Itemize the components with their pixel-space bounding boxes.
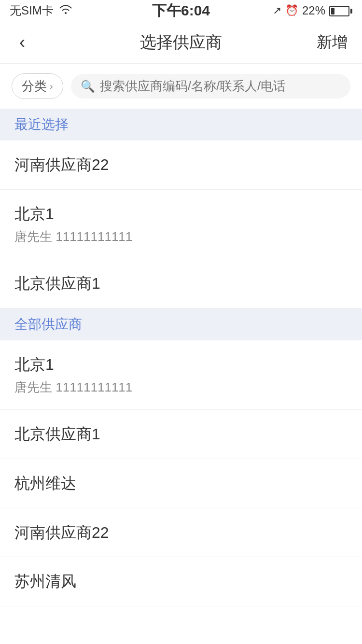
status-bar: 无SIM卡 下午6:04 ↗ ⏰ 22% <box>0 0 362 21</box>
alarm-icon: ⏰ <box>285 4 298 17</box>
all-items-list: 北京1唐先生 11111111111北京供应商1杭州维达河南供应商22苏州清风 <box>0 340 362 606</box>
item-sub: 唐先生 11111111111 <box>14 378 348 396</box>
filter-bar: 分类 › 🔍 <box>0 64 362 109</box>
location-icon: ↗ <box>273 4 281 17</box>
status-time: 下午6:04 <box>152 1 210 21</box>
item-name: 北京供应商1 <box>14 423 348 445</box>
item-name: 河南供应商22 <box>14 154 348 176</box>
nav-bar: ‹ 选择供应商 新增 <box>0 21 362 64</box>
battery-icon <box>329 4 352 17</box>
page-title: 选择供应商 <box>140 31 222 54</box>
status-right: ↗ ⏰ 22% <box>273 4 352 17</box>
search-input[interactable] <box>100 79 341 94</box>
wifi-icon <box>58 4 73 17</box>
list-item[interactable]: 北京供应商1 <box>0 410 362 459</box>
item-name: 河南供应商22 <box>14 522 348 544</box>
recent-section-header: 最近选择 <box>0 109 362 140</box>
list-item[interactable]: 河南供应商22 <box>0 140 362 190</box>
list-item[interactable]: 河南供应商22 <box>0 508 362 558</box>
item-name: 苏州清风 <box>14 571 348 592</box>
status-left: 无SIM卡 <box>10 3 73 18</box>
category-label: 分类 <box>22 78 47 95</box>
chevron-right-icon: › <box>50 81 53 92</box>
category-button[interactable]: 分类 › <box>12 73 63 99</box>
list-item[interactable]: 北京供应商1 <box>0 259 362 308</box>
item-name: 北京1 <box>14 354 348 376</box>
all-section-header: 全部供应商 <box>0 308 362 340</box>
item-name: 北京供应商1 <box>14 273 348 294</box>
search-icon: 🔍 <box>81 80 95 93</box>
list-item[interactable]: 苏州清风 <box>0 557 362 606</box>
item-sub: 唐先生 11111111111 <box>14 228 348 245</box>
back-button[interactable]: ‹ <box>14 28 30 57</box>
battery-text: 22% <box>302 4 325 17</box>
recent-items-list: 河南供应商22北京1唐先生 11111111111北京供应商1 <box>0 140 362 308</box>
search-wrapper[interactable]: 🔍 <box>71 74 350 98</box>
item-name: 杭州维达 <box>14 473 348 494</box>
new-action-button[interactable]: 新增 <box>317 32 348 53</box>
item-name: 北京1 <box>14 203 348 225</box>
list-item[interactable]: 北京1唐先生 11111111111 <box>0 190 362 259</box>
list-item[interactable]: 杭州维达 <box>0 459 362 508</box>
carrier-text: 无SIM卡 <box>10 3 54 18</box>
list-item[interactable]: 北京1唐先生 11111111111 <box>0 340 362 410</box>
